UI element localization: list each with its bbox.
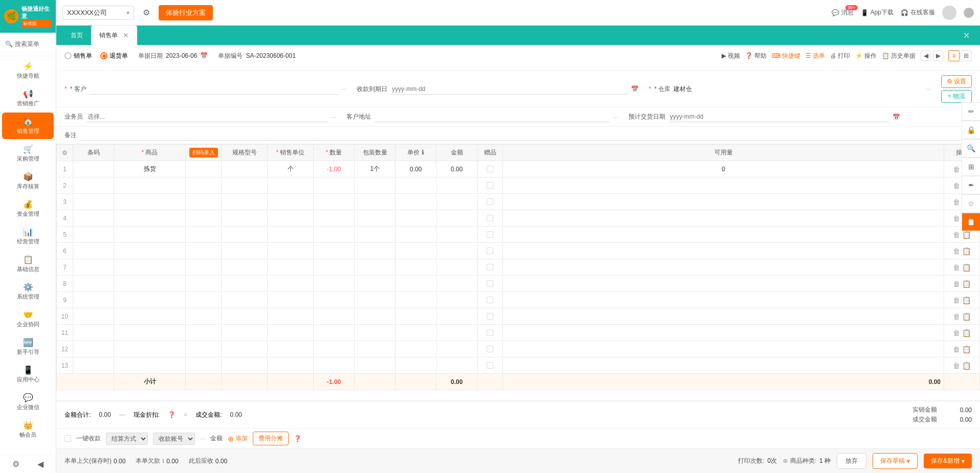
copy-icon[interactable]: 📋 [962, 312, 971, 321]
float-lock-btn[interactable]: 🔒 [962, 121, 980, 139]
abandon-button[interactable]: 放弃 [837, 453, 866, 469]
row-gift-1[interactable] [477, 161, 503, 177]
delete-icon[interactable]: 🗑 [953, 198, 960, 206]
delete-icon[interactable]: 🗑 [953, 362, 960, 370]
delete-icon[interactable]: 🗑 [953, 329, 960, 337]
th-settings[interactable]: ⚙ [57, 145, 73, 161]
copy-icon[interactable]: 📋 [962, 247, 971, 255]
float-star-btn[interactable]: ☆ [962, 194, 980, 213]
customer-dots-icon[interactable]: ··· [341, 85, 346, 93]
account-dots-icon[interactable]: ··· [200, 435, 205, 442]
sidebar-item-member[interactable]: 👑 畅会员 [2, 416, 54, 443]
delete-icon[interactable]: 🗑 [953, 280, 960, 288]
customer-addr-input[interactable] [374, 111, 610, 122]
sidebar-item-collab[interactable]: 🤝 企业协同 [2, 306, 54, 332]
float-pen-btn[interactable]: ✒ [962, 176, 980, 194]
customer-input[interactable] [90, 84, 338, 95]
date-calendar-icon[interactable]: 📅 [200, 52, 208, 59]
save-draft-button[interactable]: 保存草稿 ▾ [873, 453, 918, 469]
list-view-icon[interactable]: ≡ [948, 50, 960, 61]
payment-method-select[interactable]: 结算方式 [106, 433, 148, 445]
sidebar-item-quick-nav[interactable]: ⚡ 快捷导航 [2, 57, 54, 84]
delete-icon[interactable]: 🗑 [953, 296, 960, 304]
warehouse-dots-icon[interactable]: ··· [926, 85, 931, 93]
radio-sales[interactable]: 销售单 [64, 52, 92, 60]
history-action[interactable]: 📋 历史单据 [882, 52, 916, 60]
delete-icon[interactable]: 🗑 [953, 231, 960, 239]
sidebar-item-sales[interactable]: 🏠 销售管理 [2, 112, 54, 139]
payment-help-icon[interactable]: ❓ [294, 435, 301, 442]
sidebar-item-wechat[interactable]: 💬 企业微信 [2, 389, 54, 415]
payment-account-select[interactable]: 收款账号 [153, 433, 195, 445]
prev-arrow[interactable]: ◀ [921, 51, 931, 61]
select-action[interactable]: ☰ 选单 [805, 52, 825, 60]
row-price-1[interactable]: 0.00 [396, 161, 437, 177]
due-date-input[interactable] [390, 84, 628, 95]
copy-icon[interactable]: 📋 [962, 329, 971, 337]
delete-icon[interactable]: 🗑 [953, 214, 960, 222]
due-date-calendar-icon[interactable]: 📅 [631, 85, 639, 93]
float-table-btn[interactable]: ⊞ [962, 157, 980, 176]
copy-icon[interactable]: 📋 [962, 345, 971, 353]
copy-icon[interactable]: 📋 [962, 280, 971, 288]
sidebar-item-purchase[interactable]: 🛒 采购管理 [2, 140, 54, 167]
delete-icon[interactable]: 🗑 [953, 247, 960, 255]
delete-icon[interactable]: 🗑 [953, 165, 960, 173]
logistics-button[interactable]: + 物流 [941, 90, 972, 103]
float-zoom-btn[interactable]: 🔍 [962, 139, 980, 157]
salesperson-input[interactable] [86, 111, 328, 122]
sidebar-item-marketing[interactable]: 📢 营销推广 [2, 85, 54, 111]
company-selector[interactable]: XXXXXX公司 ▾ [62, 6, 134, 20]
row-product-1[interactable]: 拣货 [114, 161, 186, 177]
video-action[interactable]: ▶ 视频 [722, 52, 740, 60]
float-edit-btn[interactable]: ✏ [962, 102, 980, 121]
sidebar-item-finance[interactable]: 💰 资金管理 [2, 195, 54, 222]
row-pkg-qty-1[interactable]: 1个 [355, 161, 396, 177]
sidebar-collapse-icon[interactable]: ◀ [37, 459, 43, 469]
search-menu-item[interactable]: 🔍 搜索菜单 [3, 37, 53, 52]
delete-icon[interactable]: 🗑 [953, 312, 960, 321]
expected-date-calendar-icon[interactable]: 📅 [892, 114, 900, 121]
sidebar-item-guide[interactable]: 🆕 新手引导 [2, 333, 54, 360]
discount-help-icon[interactable]: ❓ [168, 411, 176, 418]
owe-help-icon[interactable]: ℹ [162, 458, 164, 464]
add-payment-button[interactable]: ⊕ 添加 [228, 434, 248, 443]
scan-button[interactable]: 扫码录入 [189, 148, 218, 157]
delete-icon[interactable]: 🗑 [953, 345, 960, 353]
tab-sales-order[interactable]: 销售单 ✕ [91, 26, 137, 45]
shortcut-action[interactable]: ⌨ 快捷键 [772, 52, 800, 60]
row-barcode-1[interactable] [73, 161, 114, 177]
online-service-action[interactable]: 🎧 在线客服 [901, 8, 935, 17]
copy-icon[interactable]: 📋 [962, 263, 971, 272]
row-qty-1[interactable]: -1.00 [314, 161, 355, 177]
expense-split-button[interactable]: 费用分摊 [253, 432, 289, 445]
addr-dots-icon[interactable]: ··· [613, 114, 618, 121]
sidebar-item-basics[interactable]: 📋 基础信息 [2, 251, 54, 277]
topbar-settings-icon[interactable]: ⚙ [139, 6, 154, 20]
sidebar-settings-icon[interactable]: ⚙ [12, 459, 19, 469]
one-click-payment-checkbox[interactable] [64, 435, 71, 442]
tab-close-icon[interactable]: ✕ [123, 31, 129, 39]
row-spec-1[interactable] [186, 161, 222, 177]
window-close-icon[interactable]: ✕ [959, 31, 974, 40]
sidebar-item-inventory[interactable]: 📦 库存核算 [2, 168, 54, 194]
copy-icon[interactable]: 📋 [962, 296, 971, 304]
note-input[interactable] [81, 130, 972, 141]
user-avatar[interactable] [942, 6, 956, 20]
print-action[interactable]: 🖨 打印 [830, 52, 850, 60]
float-cta-btn[interactable]: 📋 [962, 213, 980, 231]
row-unit-1[interactable]: 个 [268, 161, 314, 177]
save-new-button[interactable]: 保存&新增 ▾ [924, 454, 972, 468]
next-arrow[interactable]: ▶ [933, 51, 943, 61]
trial-button[interactable]: 体验行业方案 [159, 5, 213, 20]
tab-home[interactable]: 首页 [62, 26, 91, 45]
setup-button[interactable]: ⚙ 设置 [941, 75, 972, 88]
app-download-action[interactable]: 📱 App下载 [861, 8, 894, 17]
copy-icon[interactable]: 📋 [962, 362, 971, 370]
expected-date-input[interactable] [668, 111, 889, 122]
copy-icon[interactable]: 📋 [962, 231, 971, 239]
radio-return[interactable]: 退货单 [100, 52, 128, 60]
row-amount-1[interactable]: 0.00 [437, 161, 477, 177]
operate-action[interactable]: ⚡ 操作 [855, 52, 877, 60]
delete-icon[interactable]: 🗑 [953, 182, 960, 190]
